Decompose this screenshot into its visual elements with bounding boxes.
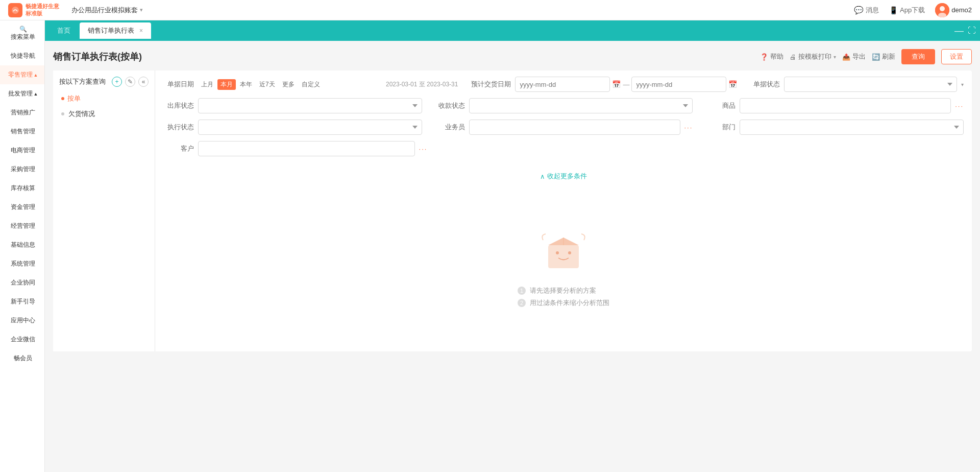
filter-group-exec-status: 执行状态: [163, 120, 422, 135]
out-status-select[interactable]: [198, 98, 422, 113]
sidebar-item-search[interactable]: 🔍 搜索菜单: [0, 20, 44, 46]
expected-date-label: 预计交货日期: [470, 80, 511, 89]
customer-input[interactable]: [198, 141, 415, 156]
message-button[interactable]: 💬 消息: [854, 6, 879, 15]
message-icon: 💬: [854, 6, 864, 15]
prev-month-btn[interactable]: 上月: [198, 79, 216, 90]
filter-row-4: 客户 ···: [163, 141, 964, 156]
sidebar-item-inventory[interactable]: 库存核算: [0, 179, 44, 198]
calendar-icon-1[interactable]: 📅: [612, 80, 621, 88]
date-separator: —: [623, 81, 629, 88]
filter-form: 单据日期 上月 本月 本年 近7天 更多 自定义: [155, 70, 972, 169]
sidebar-item-retail[interactable]: 零售管理 ▲: [0, 65, 44, 84]
sidebar-item-wechat[interactable]: 企业微信: [0, 330, 44, 349]
current-year-btn[interactable]: 本年: [237, 79, 255, 90]
collapse-conditions-btn[interactable]: ∧ 收起更多条件: [155, 169, 972, 184]
current-month-btn[interactable]: 本月: [217, 79, 236, 90]
filter-group-out-status: 出库状态: [163, 98, 422, 113]
window-minimize-icon[interactable]: —: [954, 26, 964, 36]
doc-status-dropdown-icon[interactable]: ▾: [961, 82, 964, 87]
edit-scheme-icon[interactable]: ✎: [125, 77, 135, 87]
sidebar-item-sales[interactable]: 销售管理: [0, 122, 44, 141]
app-icon: 📱: [889, 6, 898, 14]
tab-home[interactable]: 首页: [49, 22, 79, 39]
tab-sales-order[interactable]: 销售订单执行表 ×: [80, 22, 151, 39]
sidebar-item-finance[interactable]: 资金管理: [0, 198, 44, 217]
filter-group-doc-date: 单据日期 上月 本月 本年 近7天 更多 自定义: [163, 79, 378, 90]
print-button[interactable]: 🖨 按模板打印 ▾: [790, 52, 836, 61]
logo-icon: [8, 3, 22, 17]
help-button[interactable]: ❓ 帮助: [760, 52, 783, 61]
svg-point-8: [568, 251, 571, 254]
sidebar-item-purchase[interactable]: 采购管理: [0, 160, 44, 179]
svg-rect-4: [548, 245, 579, 268]
out-status-label: 出库状态: [163, 101, 194, 110]
product-more-icon[interactable]: ···: [955, 102, 964, 110]
sidebar-item-wholesale[interactable]: 批发管理 ▲: [0, 84, 44, 103]
filter-group-doc-status: 单据状态 ▾: [749, 77, 964, 92]
more-date-btn[interactable]: 更多: [279, 79, 298, 90]
doc-status-select[interactable]: [784, 77, 957, 92]
export-button[interactable]: 📤 导出: [842, 52, 866, 61]
sidebar-item-marketing[interactable]: 营销推广: [0, 103, 44, 122]
customer-more-icon[interactable]: ···: [419, 145, 428, 153]
product-label: 商品: [705, 101, 736, 110]
settings-button[interactable]: 设置: [941, 49, 972, 64]
refresh-icon: 🔄: [872, 53, 880, 61]
scheme-item-icon: [61, 112, 64, 115]
tip-num-2: 2: [518, 299, 526, 307]
sidebar-item-operations[interactable]: 经营管理: [0, 217, 44, 235]
svg-point-0: [12, 7, 19, 14]
custom-date-btn[interactable]: 自定义: [299, 79, 323, 90]
receipt-status-select[interactable]: [469, 98, 693, 113]
query-button[interactable]: 查询: [901, 49, 935, 64]
svg-point-2: [940, 6, 945, 11]
sidebar-item-basic[interactable]: 基础信息: [0, 235, 44, 254]
top-bar: 畅捷通好生意 标准版 办公用品行业模拟账套 ▾ 💬 消息 📱 App下载: [0, 0, 980, 20]
sidebar-item-appcenter[interactable]: 应用中心: [0, 311, 44, 330]
sidebar-item-member[interactable]: 畅会员: [0, 349, 44, 368]
exec-status-select[interactable]: [198, 120, 422, 135]
scheme-header: 按以下方案查询 + ✎ «: [53, 75, 155, 91]
expected-date-start[interactable]: [515, 77, 610, 92]
add-scheme-icon[interactable]: +: [112, 77, 122, 87]
filter-group-product: 商品 ···: [705, 98, 964, 113]
filter-group-dept: 部门: [705, 120, 964, 135]
window-maximize-icon[interactable]: ⛶: [968, 26, 976, 35]
expected-date-end[interactable]: [631, 77, 726, 92]
content-area: 首页 销售订单执行表 × — ⛶ 销售订单执行表(按单) ❓ 帮助: [45, 20, 980, 472]
sidebar-item-quicknav[interactable]: 快捷导航: [0, 46, 44, 65]
calendar-icon-2[interactable]: 📅: [728, 80, 737, 88]
user-name: demo2: [951, 6, 972, 14]
collapse-scheme-icon[interactable]: «: [138, 77, 149, 87]
tab-bar-actions: — ⛶: [954, 26, 976, 36]
tab-close-icon[interactable]: ×: [139, 27, 143, 34]
sidebar-item-ecommerce[interactable]: 电商管理: [0, 141, 44, 160]
page-header: 销售订单执行表(按单) ❓ 帮助 🖨 按模板打印 ▾ 📤 导出: [53, 49, 972, 64]
salesperson-more-icon[interactable]: ···: [684, 124, 693, 131]
doc-date-label: 单据日期: [163, 80, 194, 89]
main-layout: 🔍 搜索菜单 快捷导航 零售管理 ▲ 批发管理 ▲ 营销推广 销售管理 电商管理…: [0, 20, 980, 472]
salesperson-label: 业务员: [434, 123, 465, 132]
filter-group-customer: 客户 ···: [163, 141, 427, 156]
salesperson-input[interactable]: [469, 120, 680, 135]
sidebar-item-cooperation[interactable]: 企业协同: [0, 273, 44, 292]
nav-title[interactable]: 办公用品行业模拟账套 ▾: [71, 6, 143, 15]
filter-row-2: 出库状态 收款状态: [163, 98, 964, 113]
filter-group-receipt-status: 收款状态: [434, 98, 693, 113]
last-7days-btn[interactable]: 近7天: [256, 79, 278, 90]
scheme-item-by-order[interactable]: 按单: [53, 91, 155, 106]
sidebar-item-newuser[interactable]: 新手引导: [0, 292, 44, 311]
filter-group-expected-date: 预计交货日期 📅 — 📅: [470, 77, 737, 92]
sidebar-item-system[interactable]: 系统管理: [0, 254, 44, 273]
user-area[interactable]: demo2: [935, 3, 972, 17]
scheme-item-backlog[interactable]: 欠货情况: [53, 106, 155, 122]
app-download-button[interactable]: 📱 App下载: [889, 6, 925, 15]
dept-select[interactable]: [740, 120, 964, 135]
product-input[interactable]: [740, 98, 951, 113]
filter-row-3: 执行状态 业务员 ··· 部门: [163, 120, 964, 135]
empty-tips: 1 请先选择要分析的方案 2 用过滤条件来缩小分析范围: [518, 286, 609, 311]
scheme-icons: + ✎ «: [112, 77, 149, 87]
inner-content: 按以下方案查询 + ✎ « 按单 欠货情况: [53, 70, 972, 351]
refresh-button[interactable]: 🔄 刷新: [872, 52, 895, 61]
